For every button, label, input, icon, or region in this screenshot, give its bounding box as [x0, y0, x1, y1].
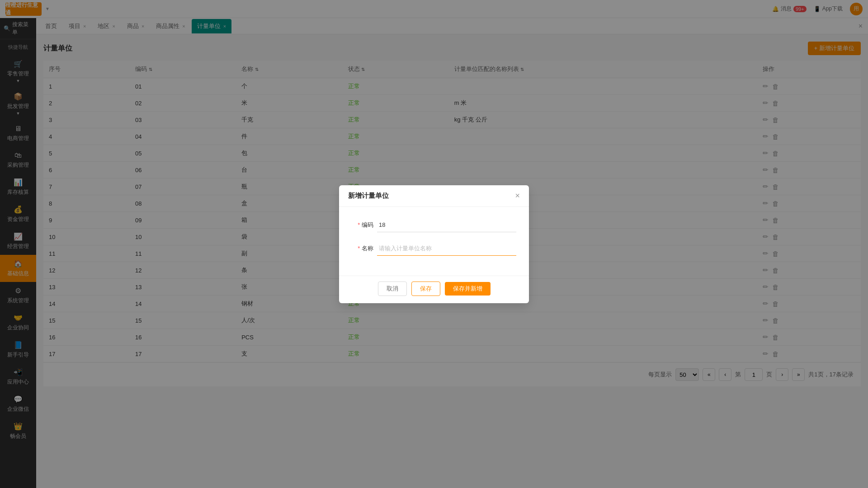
- modal-close-button[interactable]: ×: [515, 192, 520, 200]
- modal-header: 新增计量单位 ×: [339, 185, 529, 207]
- add-unit-modal: 新增计量单位 × 编码 名称 取消 保存 保存并新增: [339, 185, 529, 303]
- modal-overlay[interactable]: 新增计量单位 × 编码 名称 取消 保存 保存并新增: [0, 0, 868, 488]
- name-label: 名称: [352, 244, 373, 253]
- cancel-button[interactable]: 取消: [378, 282, 407, 296]
- save-button[interactable]: 保存: [411, 282, 440, 296]
- modal-footer: 取消 保存 保存并新增: [339, 276, 529, 303]
- name-input[interactable]: [377, 241, 516, 256]
- modal-title: 新增计量单位: [348, 192, 389, 200]
- code-input[interactable]: [377, 218, 516, 232]
- code-label: 编码: [352, 221, 373, 229]
- save-and-new-button[interactable]: 保存并新增: [445, 282, 491, 296]
- code-form-row: 编码: [352, 218, 516, 232]
- modal-body: 编码 名称: [339, 207, 529, 276]
- name-form-row: 名称: [352, 241, 516, 256]
